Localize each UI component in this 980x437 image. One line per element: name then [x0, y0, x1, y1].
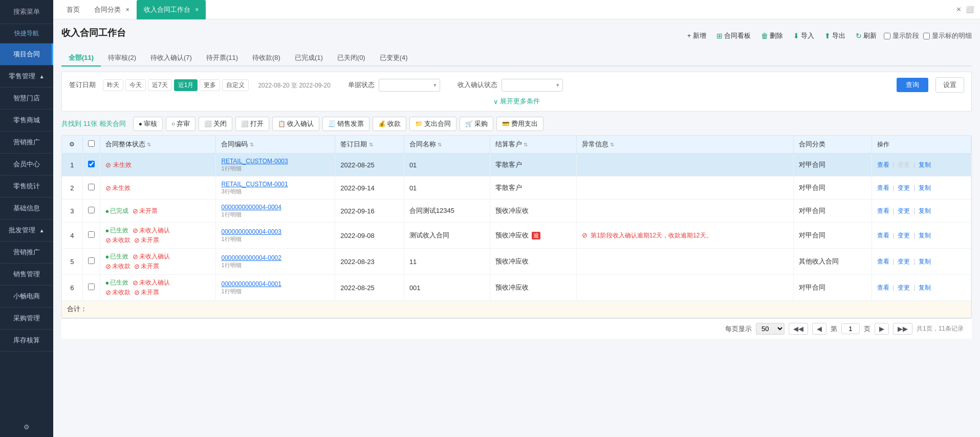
change-btn[interactable]: 变更: [898, 284, 910, 291]
view-btn[interactable]: 查看: [877, 184, 889, 191]
view-btn[interactable]: 查看: [877, 207, 889, 214]
payment-btn[interactable]: 💰 收款: [373, 117, 406, 131]
row-checkbox[interactable]: [88, 161, 95, 167]
prev-page-btn[interactable]: ◀: [812, 323, 826, 335]
expand-more-filters-btn[interactable]: ∨ 展开更多条件: [493, 97, 540, 106]
kanban-btn[interactable]: ⊞ 合同看板: [713, 30, 754, 42]
change-btn[interactable]: 变更: [898, 184, 910, 191]
date-btn-custom[interactable]: 自定义: [222, 79, 249, 91]
query-btn[interactable]: 查询: [897, 78, 928, 92]
date-btn-more[interactable]: 更多: [200, 79, 220, 91]
row-checkbox[interactable]: [88, 207, 95, 213]
sidebar-item-basic-info[interactable]: 基础信息: [0, 198, 53, 220]
tab-home[interactable]: 首页: [59, 0, 87, 19]
close-window-btn[interactable]: ✕: [956, 6, 962, 13]
sidebar-item-smart-store[interactable]: 智慧门店: [0, 88, 53, 110]
close-contract-btn[interactable]: ⬜ 关闭: [199, 117, 232, 131]
th-setting[interactable]: ⚙: [62, 136, 82, 154]
change-btn[interactable]: 变更: [898, 207, 910, 214]
doc-status-select[interactable]: [379, 79, 440, 92]
expense-btn[interactable]: 💳 费用支出: [496, 117, 543, 131]
sidebar-item-member-center[interactable]: 会员中心: [0, 154, 53, 176]
close-tab-income-contract[interactable]: ×: [195, 6, 199, 13]
last-page-btn[interactable]: ▶▶: [893, 323, 912, 335]
change-btn[interactable]: 变更: [898, 161, 910, 168]
receipt-confirm-select[interactable]: [502, 79, 563, 92]
copy-btn[interactable]: 复制: [919, 258, 931, 265]
status-tab-pending-income-confirm[interactable]: 待收入确认(7): [143, 50, 199, 67]
copy-btn[interactable]: 复制: [919, 284, 931, 291]
set-btn[interactable]: 设置: [935, 77, 964, 93]
sort-icon-code[interactable]: ⇅: [250, 142, 254, 147]
view-btn[interactable]: 查看: [877, 232, 889, 239]
sidebar-item-sales-mgmt[interactable]: 销售管理: [0, 264, 53, 286]
tab-income-contract-workbench[interactable]: 收入合同工作台 ×: [137, 0, 206, 19]
discard-audit-btn[interactable]: ○ 弃审: [166, 117, 195, 131]
status-tab-all[interactable]: 全部(11): [61, 50, 101, 67]
view-btn[interactable]: 查看: [877, 258, 889, 265]
next-page-btn[interactable]: ▶: [875, 323, 889, 335]
sidebar-item-ecommerce[interactable]: 小畅电商: [0, 286, 53, 308]
new-btn[interactable]: + 新增: [684, 30, 709, 42]
date-btn-today[interactable]: 今天: [125, 79, 146, 91]
contract-code-link[interactable]: 0000000000004-0004: [221, 204, 281, 211]
status-tab-pending-payment[interactable]: 待收款(8): [245, 50, 288, 67]
first-page-btn[interactable]: ◀◀: [789, 323, 808, 335]
status-tab-closed[interactable]: 已关闭(0): [330, 50, 373, 67]
open-contract-btn[interactable]: ⬜ 打开: [235, 117, 269, 131]
sidebar-item-retail-stats[interactable]: 零售统计: [0, 176, 53, 198]
contract-code-link[interactable]: RETAIL_CUSTOM-0001: [221, 181, 288, 188]
change-btn[interactable]: 变更: [898, 232, 910, 239]
view-btn[interactable]: 查看: [877, 161, 889, 168]
refresh-btn[interactable]: ↻ 刷新: [853, 30, 880, 42]
select-all-checkbox[interactable]: [88, 140, 95, 147]
contract-code-link[interactable]: 0000000000004-0002: [221, 254, 281, 261]
sort-icon-date[interactable]: ⇅: [369, 142, 373, 147]
sidebar-item-marketing-2[interactable]: 营销推广: [0, 242, 53, 264]
row-checkbox[interactable]: [88, 283, 95, 290]
import-btn[interactable]: ⬇ 导入: [790, 30, 817, 42]
row-checkbox[interactable]: [88, 257, 95, 264]
expense-contract-btn[interactable]: 📁 支出合同: [409, 117, 456, 131]
sidebar-item-retail-mall[interactable]: 零售商城: [0, 110, 53, 132]
change-btn[interactable]: 变更: [898, 258, 910, 265]
maximize-btn[interactable]: ⬜: [966, 6, 974, 13]
sidebar-item-purchase-mgmt[interactable]: 采购管理: [0, 308, 53, 330]
status-tab-pending-invoice[interactable]: 待开票(11): [199, 50, 245, 67]
contract-code-link[interactable]: 0000000000004-0003: [221, 228, 281, 235]
sidebar-item-project-contract[interactable]: 项目合同: [0, 43, 53, 65]
sort-icon-customer[interactable]: ⇅: [524, 142, 528, 147]
page-input[interactable]: [841, 323, 860, 334]
view-btn[interactable]: 查看: [877, 284, 889, 291]
sales-invoice-btn[interactable]: 🧾 销售发票: [322, 117, 369, 131]
date-btn-1month[interactable]: 近1月: [174, 79, 198, 91]
delete-btn[interactable]: 🗑 删除: [758, 30, 786, 42]
tab-contract-category[interactable]: 合同分类 ×: [87, 0, 137, 19]
sidebar-item-inventory[interactable]: 库存核算: [0, 330, 53, 352]
copy-btn[interactable]: 复制: [919, 161, 931, 168]
copy-btn[interactable]: 复制: [919, 232, 931, 239]
income-confirm-btn[interactable]: 📋 收入确认: [272, 117, 319, 131]
sidebar-item-wholesale-mgmt[interactable]: 批发管理 ▲: [0, 220, 53, 242]
sort-icon-name[interactable]: ⇅: [438, 142, 442, 147]
row-checkbox[interactable]: [88, 231, 95, 238]
status-tab-pending-review[interactable]: 待审核(2): [101, 50, 143, 67]
sidebar-item-retail-mgmt[interactable]: 零售管理 ▲: [0, 65, 53, 88]
status-tab-completed[interactable]: 已完成(1): [288, 50, 330, 67]
contract-code-link[interactable]: RETAIL_CUSTOM-0003: [221, 158, 288, 165]
purchase-btn[interactable]: 🛒 采购: [460, 117, 493, 131]
show-stage-checkbox[interactable]: 显示阶段: [884, 31, 919, 40]
copy-btn[interactable]: 复制: [919, 207, 931, 214]
row-checkbox[interactable]: [88, 184, 95, 190]
contract-code-link[interactable]: 0000000000004-0001: [221, 280, 281, 288]
status-tab-changed[interactable]: 已变更(4): [373, 50, 415, 67]
copy-btn[interactable]: 复制: [919, 184, 931, 191]
audit-btn[interactable]: ● 审核: [133, 117, 163, 131]
sidebar-quick-nav[interactable]: 快捷导航: [0, 24, 53, 43]
sidebar-search[interactable]: 搜索菜单: [0, 0, 53, 24]
close-tab-contract-category[interactable]: ×: [126, 6, 129, 13]
export-btn[interactable]: ⬆ 导出: [821, 30, 848, 42]
sort-icon-abnormal[interactable]: ⇅: [610, 142, 614, 147]
sort-icon-status[interactable]: ⇅: [147, 142, 151, 147]
settings-icon[interactable]: ⚙: [0, 417, 53, 437]
